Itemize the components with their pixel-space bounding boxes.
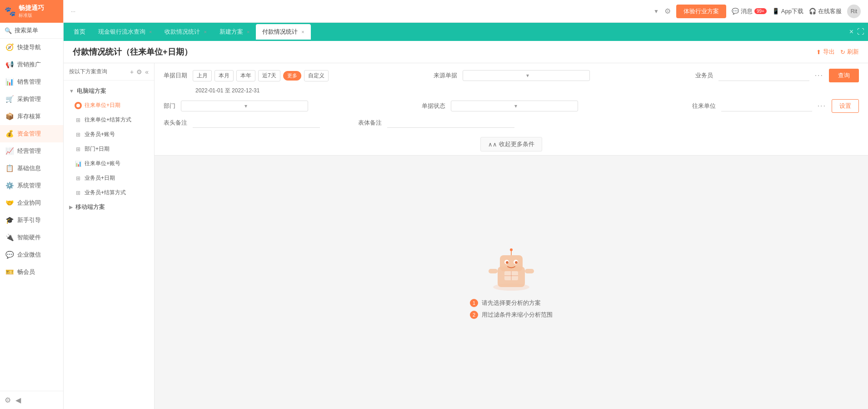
dept-select[interactable]: ▾ — [181, 101, 308, 111]
user-avatar[interactable]: Rit — [847, 5, 861, 18]
date-options: 上月 本月 本年 近7天 更多 自定义 — [193, 70, 329, 81]
doc-status-select[interactable]: ▾ — [451, 101, 578, 111]
sidebar-item-label: 资金管理 — [17, 130, 41, 138]
tab-bank-close[interactable]: × — [149, 29, 152, 35]
sidebar-item-quick-nav[interactable]: 🧭 快捷导航 — [0, 39, 63, 56]
sidebar-item-operation[interactable]: 📈 经营管理 — [0, 142, 63, 160]
newbie-icon: 🎓 — [5, 216, 14, 224]
scheme-active-icon — [75, 102, 82, 109]
online-service-label: 在线客服 — [818, 7, 842, 15]
message-btn[interactable]: 💬 消息 99+ — [732, 7, 767, 15]
header-settings-icon[interactable]: ⚙ — [664, 7, 671, 15]
export-btn[interactable]: ⬆ 导出 — [816, 48, 835, 56]
scheme-active-dot — [76, 104, 80, 107]
tab-maximize-icon[interactable]: ⛶ — [857, 28, 864, 36]
sidebar-item-member[interactable]: 🎫 畅会员 — [0, 263, 63, 281]
scheme-item-dept-date[interactable]: ⊞ 部门+日期 — [69, 142, 152, 156]
partner-dots[interactable]: ··· — [818, 102, 826, 110]
app-download-btn[interactable]: 📱 App下载 — [772, 7, 803, 15]
scheme-panel-icons: + ⚙ « — [130, 68, 149, 76]
scheme-group-mobile-header[interactable]: ▶ 移动端方案 — [64, 200, 154, 214]
date-btn-this-year[interactable]: 本年 — [236, 70, 255, 81]
scheme-table-icon: ⊞ — [75, 175, 82, 182]
settings-btn[interactable]: 设置 — [832, 99, 859, 113]
date-btn-last-month[interactable]: 上月 — [193, 70, 212, 81]
scheme-item-agent-settlement[interactable]: ⊞ 业务员+结算方式 — [69, 186, 152, 200]
tab-receipt[interactable]: 收款情况统计 × — [158, 24, 213, 40]
collapse-sidebar-icon[interactable]: ◀ — [15, 396, 21, 404]
online-service-btn[interactable]: 🎧 在线客服 — [809, 7, 842, 15]
sidebar-item-basic[interactable]: 📋 基础信息 — [0, 160, 63, 177]
sidebar-item-label: 企业微信 — [17, 251, 41, 259]
source-doc-select[interactable]: ▾ — [463, 70, 590, 81]
tab-payment-close[interactable]: × — [301, 29, 304, 35]
scheme-item-partner-account[interactable]: 📊 往来单位+账号 — [69, 157, 152, 171]
scheme-item-label: 业务员+结算方式 — [85, 189, 126, 197]
agent-input[interactable] — [718, 71, 809, 81]
agent-dots[interactable]: ··· — [815, 71, 823, 80]
date-btn-custom[interactable]: 自定义 — [304, 70, 329, 81]
refresh-icon: ↻ — [840, 49, 845, 56]
sidebar-item-label: 销售管理 — [17, 78, 41, 86]
date-btn-more[interactable]: 更多 — [283, 71, 301, 81]
refresh-btn[interactable]: ↻ 刷新 — [840, 48, 859, 56]
tab-receipt-close[interactable]: × — [204, 29, 206, 35]
page-header: 付款情况统计（往来单位+日期） ⬆ 导出 ↻ 刷新 — [64, 41, 868, 63]
tab-new-scheme-close[interactable]: × — [247, 29, 249, 35]
tab-receipt-label: 收款情况统计 — [165, 28, 200, 36]
date-btn-this-month[interactable]: 本月 — [215, 70, 234, 81]
sidebar-item-purchase[interactable]: 🛒 采购管理 — [0, 91, 63, 108]
body-area: 按以下方案查询 + ⚙ « ▼ 电脑端方案 — [64, 63, 868, 409]
body-note-label: 表体备注 — [358, 119, 382, 127]
sidebar-item-inventory[interactable]: 📦 库存核算 — [0, 108, 63, 125]
scheme-item-partner-date[interactable]: 往来单位+日期 — [69, 98, 152, 112]
tab-new-scheme[interactable]: 新建方案 × — [213, 24, 256, 40]
scheme-item-agent-account[interactable]: ⊞ 业务员+账号 — [69, 127, 152, 141]
scheme-collapse-btn[interactable]: « — [145, 68, 149, 76]
scheme-item-label: 业务员+日期 — [85, 174, 115, 182]
collapse-conditions-btn[interactable]: ∧∧ 收起更多条件 — [480, 137, 542, 151]
query-btn[interactable]: 查询 — [829, 69, 859, 82]
sidebar: 🐾 畅捷通巧 标准版 🔍 搜索菜单 🧭 快捷导航 📢 营销推广 📊 销售管理 🛒… — [0, 0, 64, 409]
date-btn-last-7days[interactable]: 近7天 — [258, 70, 280, 81]
sidebar-item-system[interactable]: ⚙️ 系统管理 — [0, 177, 63, 194]
svg-point-5 — [506, 261, 509, 264]
scheme-group-desktop-items: 往来单位+日期 ⊞ 往来单位+结算方式 ⊞ 业务员+账号 ⊞ — [64, 98, 154, 200]
mobile-group-label: 移动端方案 — [75, 203, 105, 211]
sidebar-item-wechat[interactable]: 💬 企业微信 — [0, 246, 63, 263]
search-menu[interactable]: 🔍 搜索菜单 — [0, 23, 63, 39]
head-note-input[interactable] — [193, 117, 320, 128]
sidebar-item-marketing[interactable]: 📢 营销推广 — [0, 56, 63, 73]
scheme-item-agent-date[interactable]: ⊞ 业务员+日期 — [69, 171, 152, 185]
try-industry-btn[interactable]: 体验行业方案 — [676, 5, 726, 18]
settings-bottom-icon[interactable]: ⚙ — [5, 396, 11, 404]
svg-rect-9 — [489, 269, 498, 273]
main-area: ··· ▼ ⚙ 体验行业方案 💬 消息 99+ 📱 App下载 🎧 在线客服 R… — [64, 0, 868, 409]
scheme-settings-icon[interactable]: ⚙ — [136, 68, 142, 76]
scheme-item-label: 往来单位+日期 — [85, 101, 120, 109]
date-range-row: 2022-01-01 至 2022-12-31 — [164, 87, 859, 95]
empty-tip-2-text: 用过滤条件来缩小分析范围 — [482, 311, 553, 319]
user-text: Rit — [851, 8, 858, 15]
agent-label: 业务员 — [695, 71, 713, 80]
sidebar-item-finance[interactable]: 💰 资金管理 — [0, 125, 63, 142]
scheme-add-icon[interactable]: + — [130, 68, 134, 76]
empty-tip-2: 2 用过滤条件来缩小分析范围 — [470, 311, 553, 319]
sidebar-item-hardware[interactable]: 🔌 智能硬件 — [0, 229, 63, 246]
body-note-input[interactable] — [387, 117, 514, 128]
tab-bank[interactable]: 现金银行流水查询 × — [92, 24, 158, 40]
dept-label: 部门 — [164, 102, 175, 110]
scheme-item-partner-settlement[interactable]: ⊞ 往来单位+结算方式 — [69, 113, 152, 127]
app-download-label: App下载 — [781, 7, 803, 15]
tab-home[interactable]: 首页 — [67, 24, 92, 40]
tab-payment[interactable]: 付款情况统计 × — [256, 24, 310, 40]
tip-num-1: 1 — [470, 299, 478, 307]
tab-close-all-icon[interactable]: × — [849, 28, 853, 36]
scheme-group-desktop-header[interactable]: ▼ 电脑端方案 — [64, 84, 154, 98]
sidebar-item-corp[interactable]: 🤝 企业协同 — [0, 194, 63, 212]
sidebar-item-sales[interactable]: 📊 销售管理 — [0, 73, 63, 91]
header-dropdown[interactable]: ▼ — [653, 8, 659, 15]
sidebar-item-newbie[interactable]: 🎓 新手引导 — [0, 212, 63, 229]
partner-input[interactable] — [721, 101, 812, 111]
scheme-item-label: 部门+日期 — [85, 145, 110, 153]
